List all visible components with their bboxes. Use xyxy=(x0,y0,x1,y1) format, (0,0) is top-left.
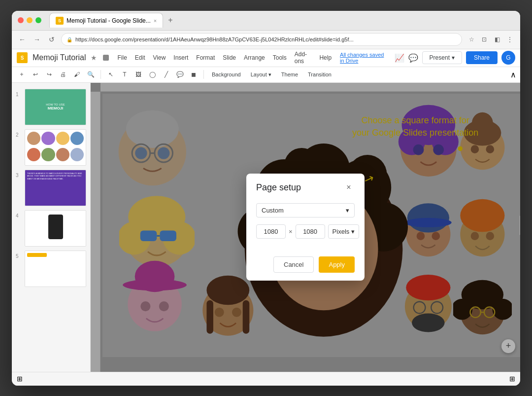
modal-overlay: Page setup × Custom ▾ × xyxy=(91,83,520,372)
slide-thumb-1[interactable]: 1 HOW TO USE MEMOJI xyxy=(12,87,90,127)
maximize-window-button[interactable] xyxy=(35,17,41,23)
menu-insert[interactable]: Insert xyxy=(170,53,192,63)
lock-icon: 🔒 xyxy=(66,37,72,42)
menu-bar: File Edit View Insert Format Slide Arran… xyxy=(114,49,389,66)
slide-preview-2 xyxy=(25,129,86,166)
menu-file[interactable]: File xyxy=(114,53,130,63)
app-title: Memoji Tutorial xyxy=(33,53,86,62)
apply-button[interactable]: Apply xyxy=(319,256,355,273)
print-button[interactable]: 🖨 xyxy=(57,69,69,80)
back-button[interactable]: ← xyxy=(17,34,28,45)
slide-thumb-5[interactable]: 5 xyxy=(12,249,90,289)
extension-button[interactable]: ◧ xyxy=(492,34,502,45)
user-avatar[interactable]: G xyxy=(501,51,515,65)
modal-actions: Cancel Apply xyxy=(246,256,365,281)
bottom-bar: ⊞ ⊞ xyxy=(12,372,520,386)
modal-body: Custom ▾ × Pixels ▾ xyxy=(246,199,365,256)
browser-window: S Memoji Tutorial - Google Slide... × + … xyxy=(12,11,520,386)
slide-2-content xyxy=(25,130,86,165)
tab-title: Memoji Tutorial - Google Slide... xyxy=(66,17,151,24)
slide-preview-1: HOW TO USE MEMOJI xyxy=(25,89,86,125)
slide-thumb-4[interactable]: 4 xyxy=(12,208,90,249)
shapes-button[interactable]: ◯ xyxy=(146,69,158,80)
zoom-button[interactable]: 🔍 xyxy=(85,69,97,80)
height-input[interactable] xyxy=(296,224,325,239)
cancel-button[interactable]: Cancel xyxy=(273,256,314,273)
modal-close-button[interactable]: × xyxy=(343,181,355,193)
slide-number-4: 4 xyxy=(16,213,22,218)
new-tab-button[interactable]: + xyxy=(165,16,175,25)
background-button[interactable]: Background xyxy=(208,70,245,79)
modal-header: Page setup × xyxy=(246,174,365,199)
slide-preview-4 xyxy=(25,210,86,247)
traffic-lights xyxy=(18,17,41,23)
minimize-window-button[interactable] xyxy=(27,17,33,23)
toolbar: + ↩ ↪ 🖨 🖌 🔍 ↖ T 🖼 ◯ ╱ 💬 ◼ Background Lay… xyxy=(12,67,520,83)
unit-dropdown[interactable]: Pixels ▾ xyxy=(328,224,360,239)
slide-4-content xyxy=(25,211,86,246)
slide-thumb-3[interactable]: 3 THERE'S A MEMOJI TO MATCH EVERY PERSON… xyxy=(12,168,90,208)
nav-actions: ☆ ⊡ ◧ ⋮ xyxy=(466,34,515,45)
line-button[interactable]: ╱ xyxy=(160,69,172,80)
comments-icon[interactable]: 💬 xyxy=(408,53,418,63)
slides-panel: 1 HOW TO USE MEMOJI 2 xyxy=(12,83,91,372)
theme-button[interactable]: Theme xyxy=(277,70,302,79)
undo-button[interactable]: ↩ xyxy=(30,69,41,80)
share-button[interactable]: Share xyxy=(466,51,498,64)
collapse-button[interactable]: ∧ xyxy=(510,70,516,79)
bookmark-button[interactable]: ☆ xyxy=(466,34,477,45)
forward-button[interactable]: → xyxy=(32,34,42,45)
menu-tools[interactable]: Tools xyxy=(269,53,290,63)
slide-number-1: 1 xyxy=(16,92,22,97)
comment-button[interactable]: 💬 xyxy=(174,69,186,80)
modal-title: Page setup xyxy=(256,182,301,193)
share-label: Share xyxy=(474,54,490,61)
address-bar[interactable]: 🔒 https://docs.google.com/presentation/d… xyxy=(61,33,462,46)
nav-bar: ← → ↺ 🔒 https://docs.google.com/presenta… xyxy=(12,31,520,49)
page-setup-modal: Page setup × Custom ▾ × xyxy=(246,174,365,281)
autosave-status: All changes saved in Drive xyxy=(340,52,390,64)
width-input[interactable] xyxy=(256,224,286,239)
layout-button[interactable]: Layout ▾ xyxy=(247,70,275,80)
tab-close-button[interactable]: × xyxy=(154,18,157,24)
redo-button[interactable]: ↪ xyxy=(43,69,55,80)
star-icon[interactable]: ★ xyxy=(91,54,97,62)
slide-number-5: 5 xyxy=(16,253,22,259)
transition-button[interactable]: Transition xyxy=(304,70,335,79)
menu-view[interactable]: View xyxy=(150,53,169,63)
paint-format-button[interactable]: 🖌 xyxy=(71,69,83,80)
folder-icon[interactable] xyxy=(103,55,109,61)
grid-view-button[interactable]: ⊞ xyxy=(509,375,515,383)
analytics-icon[interactable]: 📈 xyxy=(395,53,404,63)
close-window-button[interactable] xyxy=(18,17,24,23)
slide-preview-3: THERE'S A MEMOJI TO MATCH EVERY PERSONAL… xyxy=(25,170,86,206)
add-button[interactable]: + xyxy=(16,69,28,80)
menu-edit[interactable]: Edit xyxy=(132,53,149,63)
fit-view-button[interactable]: ⊞ xyxy=(17,375,23,383)
menu-format[interactable]: Format xyxy=(193,53,218,63)
slide-preview-5 xyxy=(25,251,86,287)
slide-thumb-2[interactable]: 2 xyxy=(12,127,90,168)
color-button[interactable]: ◼ xyxy=(188,69,200,80)
unit-label: Pixels xyxy=(332,228,350,235)
menu-help[interactable]: Help xyxy=(316,53,335,63)
tab-favicon: S xyxy=(56,17,64,25)
textbox-button[interactable]: T xyxy=(119,69,131,80)
title-bar: S Memoji Tutorial - Google Slide... × + xyxy=(12,11,520,31)
dropdown-arrow-icon: ▾ xyxy=(346,207,349,214)
menu-arrange[interactable]: Arrange xyxy=(240,53,268,63)
active-tab[interactable]: S Memoji Tutorial - Google Slide... × xyxy=(49,13,163,28)
page-size-dropdown[interactable]: Custom ▾ xyxy=(256,203,355,217)
main-area: 1 HOW TO USE MEMOJI 2 xyxy=(12,83,520,372)
image-button[interactable]: 🖼 xyxy=(133,69,144,80)
menu-addons[interactable]: Add-ons xyxy=(291,49,315,66)
menu-slide[interactable]: Slide xyxy=(219,53,239,63)
more-button[interactable]: ⋮ xyxy=(504,34,515,45)
separator-2 xyxy=(203,70,204,79)
slide-number-3: 3 xyxy=(16,173,22,178)
separator-1 xyxy=(100,70,101,79)
present-button[interactable]: Present ▾ xyxy=(422,51,462,64)
profile-button[interactable]: ⊡ xyxy=(479,34,490,45)
refresh-button[interactable]: ↺ xyxy=(46,34,57,45)
cursor-button[interactable]: ↖ xyxy=(105,69,117,80)
